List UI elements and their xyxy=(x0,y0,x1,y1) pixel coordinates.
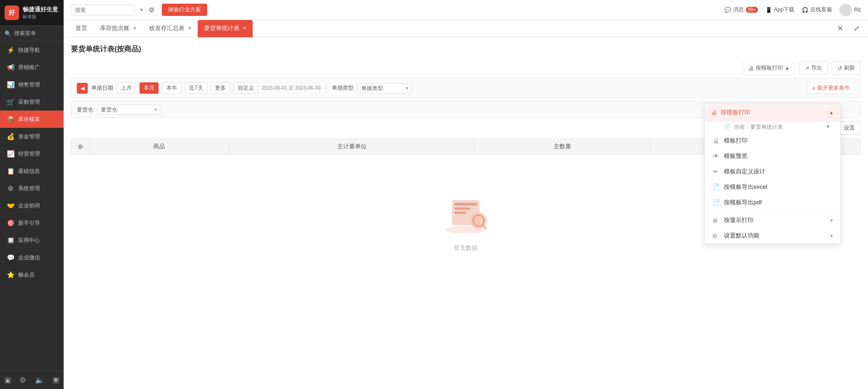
sidebar-icon-finance: 💰 xyxy=(6,132,15,141)
trial-btn[interactable]: 体验行业方案 xyxy=(162,4,207,16)
tab-receivables-summary[interactable]: 收发存汇总表× xyxy=(143,20,198,37)
sidebar-item-app-center[interactable]: 🔲应用中心 xyxy=(0,232,64,249)
sidebar-icon-base-info: 📋 xyxy=(6,167,15,175)
sidebar-icon-app-center: 🔲 xyxy=(6,236,15,244)
sidebar-item-quick-nav[interactable]: ⚡快捷导航 xyxy=(0,41,64,59)
dropdown-item-template-print[interactable]: 🖨模板打印 xyxy=(705,133,840,148)
tab-close-icon[interactable]: ✕ xyxy=(833,22,846,35)
tab-expand-icon[interactable]: ⤢ xyxy=(850,22,863,35)
dropdown-item-template-custom[interactable]: ✏模板自定义设计 xyxy=(705,164,840,179)
th-product: 商品 xyxy=(90,139,229,155)
dropdown-item-template-export-pdf[interactable]: 📄按模板导出pdf xyxy=(705,195,840,210)
messages-item[interactable]: 💬 消息 99+ xyxy=(724,6,758,14)
sidebar-icon-marketing: 📢 xyxy=(6,63,15,71)
table-gear-icon[interactable]: ⚙ xyxy=(78,143,83,150)
sidebar-item-operations[interactable]: 📈经营管理 xyxy=(0,145,64,162)
type-select[interactable]: 单据类型 xyxy=(357,83,412,93)
sidebar-logo[interactable]: 好 畅捷通好生意 标准版 xyxy=(0,0,64,26)
sidebar-search[interactable]: 🔍 搜索菜单 xyxy=(0,26,64,41)
dropdown-header[interactable]: 🖨 按模板打印 ▲ xyxy=(705,104,840,121)
dropdown-current-label: 📄 当前：要货单统计表 ▾ xyxy=(705,121,840,133)
date-btn-本年[interactable]: 本年 xyxy=(162,82,181,94)
sidebar-label-collab: 企业协同 xyxy=(18,202,40,210)
tab-label-order-stats: 要货单统计表 xyxy=(204,24,239,32)
dropdown-icon-template-preview: 👁 xyxy=(712,152,719,160)
dropdown-display-print-item[interactable]: 🖥 按显示打印 ▾ xyxy=(705,212,840,228)
date-btn-自定义[interactable]: 自定义 xyxy=(234,82,258,94)
dropdown-title: 按模板打印 xyxy=(721,108,750,116)
tab-inventory-batch[interactable]: 库存批次账× xyxy=(94,20,143,37)
dropdown-set-default-left: ⚙ 设置默认功能 xyxy=(712,232,759,240)
sidebar-nav: ⚡快捷导航📢营销推广📊销售管理🛒采购管理📦库存核算💰资金管理📈经营管理📋基础信息… xyxy=(0,41,64,371)
download-icon: 📱 xyxy=(765,7,772,13)
printer-icon: 🖨 xyxy=(711,109,717,116)
sidebar-item-marketing[interactable]: 📢营销推广 xyxy=(0,59,64,76)
refresh-btn[interactable]: ↺ 刷新 xyxy=(832,61,861,75)
sidebar-item-enterprise-wechat[interactable]: 💬企业微信 xyxy=(0,249,64,266)
sidebar-item-finance[interactable]: 💰资金管理 xyxy=(0,128,64,145)
tab-close-order-stats[interactable]: × xyxy=(243,25,246,31)
scroll-up-btn[interactable]: ▲ xyxy=(5,377,11,384)
date-range-display: 2023-06-01 至 2023-06-30 xyxy=(262,85,321,91)
sidebar-icon-collab: 🤝 xyxy=(6,202,15,210)
tab-close-inventory-batch[interactable]: × xyxy=(133,25,136,31)
tab-home[interactable]: 首页 xyxy=(69,20,94,37)
online-service-item[interactable]: 🎧 在线客服 xyxy=(802,6,832,14)
filter-toggle-btn[interactable]: ◀ xyxy=(77,83,88,94)
warehouse-select[interactable]: 要货仓 xyxy=(97,105,160,115)
settings-icon[interactable]: ⚙ xyxy=(20,376,26,384)
sidebar-label-base-info: 基础信息 xyxy=(18,167,40,175)
user-avatar-item[interactable]: Rit xyxy=(839,4,861,16)
th-quantity: 主数量 xyxy=(475,139,650,155)
sidebar-item-system[interactable]: ⚙系统管理 xyxy=(0,180,64,197)
export-btn[interactable]: ↗ 导出 xyxy=(799,61,828,75)
th-settings[interactable]: ⚙ xyxy=(71,139,90,155)
page-inner: 要货单统计表(按商品) 🖨 按模板打印 ▲ ↗ 导出 ↺ 刷新 xyxy=(64,37,868,389)
empty-icon xyxy=(439,191,493,237)
headset-icon: 🎧 xyxy=(802,7,808,13)
topbar-search-input[interactable] xyxy=(71,5,135,15)
sidebar-icon-inventory: 📦 xyxy=(6,115,15,123)
expand-more-btn[interactable]: ≡ 展开更多条件 xyxy=(807,82,855,94)
tabbar: 首页库存批次账×收发存汇总表×要货单统计表× ✕ ⤢ xyxy=(64,20,868,37)
sidebar-item-base-info[interactable]: 📋基础信息 xyxy=(0,162,64,180)
dropdown-menu: 🖨 按模板打印 ▲ 📄 当前：要货单统计表 ▾ 🖨模板打印👁模板预览✏模板自定义… xyxy=(704,103,841,244)
app-download-item[interactable]: 📱 App下载 xyxy=(765,6,794,14)
sidebar-item-sales[interactable]: 📊销售管理 xyxy=(0,76,64,93)
settings-btn[interactable]: 设置 xyxy=(838,121,861,135)
tab-order-stats[interactable]: 要货单统计表× xyxy=(198,20,253,37)
sidebar-item-guide[interactable]: 🎯新手引导 xyxy=(0,214,64,232)
scroll-down-btn[interactable]: ▼ xyxy=(53,377,59,384)
dropdown-label-template-export-excel: 按模板导出excel xyxy=(724,183,767,191)
sidebar-item-member[interactable]: ⭐畅会员 xyxy=(0,266,64,283)
dropdown-header-chevron-icon: ▲ xyxy=(829,110,834,115)
topbar-gear-icon[interactable]: ⚙ xyxy=(149,6,155,14)
date-btn-更多[interactable]: 更多 xyxy=(211,82,230,94)
sidebar-label-sales: 销售管理 xyxy=(18,81,40,89)
date-btn-上月[interactable]: 上月 xyxy=(117,82,136,94)
expand-more-label: 展开更多条件 xyxy=(817,84,850,92)
sidebar-label-finance: 资金管理 xyxy=(18,133,40,141)
online-service-label: 在线客服 xyxy=(810,6,832,14)
tab-close-receivables-summary[interactable]: × xyxy=(188,25,191,31)
print-template-label: 按模板打印 xyxy=(756,64,783,72)
main-area: ▾ ⚙ 体验行业方案 💬 消息 99+ 📱 App下载 🎧 在线客服 Rit xyxy=(64,0,868,389)
date-btn-本月[interactable]: 本月 xyxy=(140,82,159,94)
date-btn-近7天[interactable]: 近7天 xyxy=(185,82,207,94)
print-template-btn[interactable]: 🖨 按模板打印 ▲ xyxy=(743,61,795,75)
dropdown-divider xyxy=(705,211,840,212)
dropdown-item-template-export-excel[interactable]: 📄按模板导出excel xyxy=(705,179,840,195)
dropdown-item-template-preview[interactable]: 👁模板预览 xyxy=(705,148,840,164)
sidebar-item-purchase[interactable]: 🛒采购管理 xyxy=(0,93,64,111)
tabbar-right: ✕ ⤢ xyxy=(833,22,863,35)
audio-icon[interactable]: 🔈 xyxy=(35,376,44,384)
sidebar-icon-enterprise-wechat: 💬 xyxy=(6,253,15,262)
avatar xyxy=(839,4,852,16)
th-unit: 主计量单位 xyxy=(229,139,475,155)
dropdown-set-default-item[interactable]: ⚙ 设置默认功能 ▾ xyxy=(705,228,840,243)
sidebar-logo-text: 畅捷通好生意 标准版 xyxy=(23,5,58,20)
sidebar-item-inventory[interactable]: 📦库存核算 xyxy=(0,111,64,128)
tab-label-home: 首页 xyxy=(75,24,87,32)
topbar-chevron-icon[interactable]: ▾ xyxy=(140,6,143,13)
sidebar-item-collab[interactable]: 🤝企业协同 xyxy=(0,197,64,214)
